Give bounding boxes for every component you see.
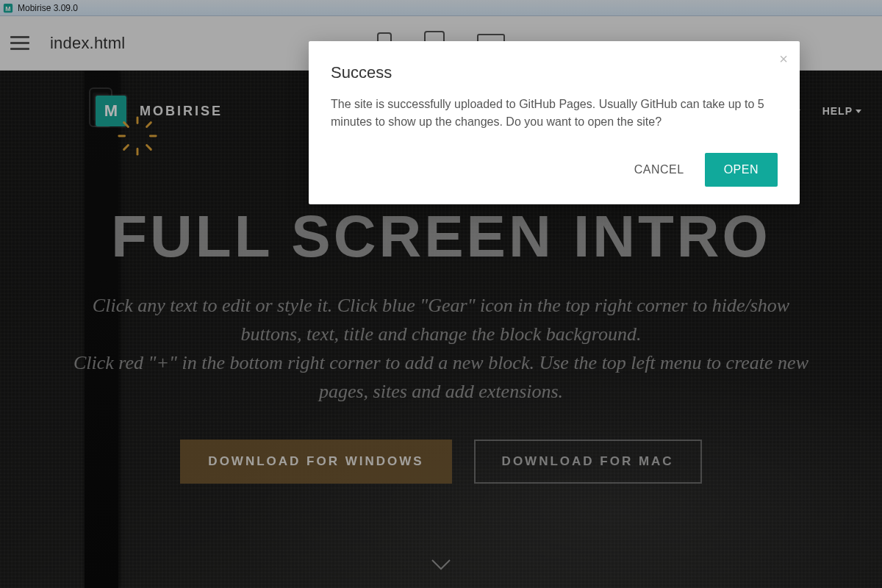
dialog-body: The site is successfully uploaded to Git… [331, 96, 778, 131]
close-button[interactable]: × [779, 51, 788, 66]
open-button[interactable]: OPEN [705, 153, 778, 187]
dialog-title: Success [331, 63, 778, 82]
dialog-actions: CANCEL OPEN [331, 153, 778, 187]
cancel-button[interactable]: CANCEL [630, 154, 689, 185]
success-dialog: × Success The site is successfully uploa… [309, 41, 800, 204]
